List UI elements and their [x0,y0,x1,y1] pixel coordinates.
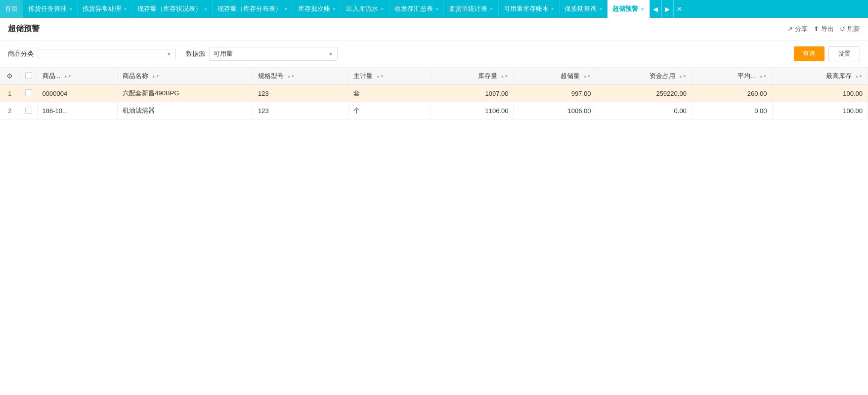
row-stock: 1106.00 [431,102,514,119]
data-source-group: 数据源 可用量 ▼ [186,47,338,61]
close-icon[interactable]: × [381,6,384,12]
nav-close-button[interactable]: ✕ [673,0,685,18]
th-product-name[interactable]: 商品名称 ▲▼ [118,68,253,85]
row-unit: 个 [348,102,431,119]
row-max-stock: 100.00 [772,85,868,102]
sort-icon: ▲▼ [287,75,295,79]
nav-item-available[interactable]: 可用量库存账本 × [499,0,560,18]
top-nav: 首页 拣货任务管理 × 拣货异常处理 × 现存量（库存状况表） × 现存量（库存… [0,0,868,18]
row-index: 2 [0,102,20,119]
row-product-code: 186-10... [37,102,118,119]
refresh-icon: ↺ [840,25,845,33]
th-unit[interactable]: 主计量 ▲▼ [348,68,431,85]
product-category-label: 商品分类 [8,49,34,58]
nav-item-flow[interactable]: 出入库流水 × [341,0,389,18]
nav-item-stock-status[interactable]: 现存量（库存状况表） × [132,0,213,18]
row-avg: 0.00 [692,102,772,119]
header-actions: ↗ 分享 ⬆ 导出 ↺ 刷新 [787,25,860,34]
row-overstock: 1006.00 [514,102,596,119]
th-overstock[interactable]: 超储量 ▲▼ [514,68,596,85]
sort-icon: ▲▼ [64,75,72,79]
th-gear[interactable]: ⚙ [0,68,20,85]
row-spec: 123 [253,85,348,102]
nav-item-order-stats[interactable]: 要货单统计表 × [444,0,498,18]
close-icon[interactable]: × [284,6,287,12]
close-icon[interactable]: × [641,6,644,12]
nav-item-summary[interactable]: 收发存汇总表 × [390,0,444,18]
sort-icon: ▲▼ [501,75,509,79]
table-container: ⚙ 商品... ▲▼ 商品名称 ▲▼ 规格型号 ▲▼ [0,68,868,119]
close-icon[interactable]: × [435,6,438,12]
nav-item-pick-abnormal[interactable]: 拣货异常处理 × [78,0,132,18]
row-checkbox[interactable] [25,89,32,96]
nav-item-pick-task[interactable]: 拣货任务管理 × [23,0,78,18]
chevron-down-icon: ▼ [328,51,333,57]
filter-actions: 查询 设置 [794,46,860,61]
page-container: 超储预警 ↗ 分享 ⬆ 导出 ↺ 刷新 商品分类 ▼ 数据源 [0,18,868,395]
sort-icon: ▲▼ [679,75,687,79]
nav-item-shelf-life[interactable]: 保质期查询 × [560,0,608,18]
nav-next-button[interactable]: ▶ [661,0,673,18]
close-icon[interactable]: × [333,6,336,12]
close-icon[interactable]: × [69,6,72,12]
chevron-down-icon: ▼ [167,51,172,57]
settings-button[interactable]: 设置 [828,46,860,61]
row-spec: 123 [253,102,348,119]
data-source-value: 可用量 [214,49,233,58]
row-checkbox-cell[interactable] [20,85,37,102]
close-icon[interactable]: × [551,6,554,12]
th-checkbox[interactable] [20,68,37,85]
gear-icon[interactable]: ⚙ [6,72,13,80]
data-source-select[interactable]: 可用量 ▼ [209,47,338,61]
table-header-row: ⚙ 商品... ▲▼ 商品名称 ▲▼ 规格型号 ▲▼ [0,68,868,85]
row-index: 1 [0,85,20,102]
page-header: 超储预警 ↗ 分享 ⬆ 导出 ↺ 刷新 [0,18,868,40]
nav-prev-button[interactable]: ◀ [650,0,661,18]
share-button[interactable]: ↗ 分享 [787,25,808,34]
nav-item-overstock[interactable]: 超储预警 × [608,0,649,18]
nav-item-batch[interactable]: 库存批次账 × [293,0,341,18]
sort-icon: ▲▼ [855,75,863,79]
th-product-code[interactable]: 商品... ▲▼ [37,68,118,85]
close-icon[interactable]: × [599,6,602,12]
refresh-button[interactable]: ↺ 刷新 [840,25,860,34]
th-avg[interactable]: 平均... ▲▼ [692,68,772,85]
close-icon[interactable]: × [124,6,127,12]
row-checkbox-cell[interactable] [20,102,37,119]
select-all-checkbox[interactable] [25,72,32,79]
data-source-label: 数据源 [186,49,205,58]
nav-item-home[interactable]: 首页 [0,0,23,18]
export-button[interactable]: ⬆ 导出 [814,25,834,34]
th-capital[interactable]: 资金占用 ▲▼ [596,68,692,85]
row-product-code: 0000004 [37,85,118,102]
row-product-name: 机油滤清器 [118,102,253,119]
th-max-stock[interactable]: 最高库存 ▲▼ [772,68,868,85]
product-category-group: 商品分类 ▼ [8,49,176,59]
query-button[interactable]: 查询 [794,46,825,61]
th-stock[interactable]: 库存量 ▲▼ [431,68,514,85]
row-product-name: 六配套新昌490BPG [118,85,253,102]
page-title: 超储预警 [8,24,40,34]
table-row: 1 0000004 六配套新昌490BPG 123 套 1097.00 997.… [0,85,868,102]
filter-bar: 商品分类 ▼ 数据源 可用量 ▼ 查询 设置 [0,40,868,68]
product-category-select[interactable]: ▼ [38,49,176,59]
row-max-stock: 100.00 [772,102,868,119]
sort-icon: ▲▼ [583,75,591,79]
close-icon[interactable]: × [204,6,207,12]
close-icon[interactable]: × [490,6,493,12]
row-capital: 0.00 [596,102,692,119]
th-spec[interactable]: 规格型号 ▲▼ [253,68,348,85]
row-unit: 套 [348,85,431,102]
sort-icon: ▲▼ [376,75,384,79]
sort-icon: ▲▼ [759,75,767,79]
nav-item-stock-dist[interactable]: 现存量（库存分布表） × [213,0,293,18]
row-capital: 259220.00 [596,85,692,102]
share-icon: ↗ [787,25,793,33]
row-overstock: 997.00 [514,85,596,102]
data-table: ⚙ 商品... ▲▼ 商品名称 ▲▼ 规格型号 ▲▼ [0,68,868,119]
row-checkbox[interactable] [25,107,32,114]
sort-icon: ▲▼ [152,75,160,79]
row-stock: 1097.00 [431,85,514,102]
table-row: 2 186-10... 机油滤清器 123 个 1106.00 1006.00 … [0,102,868,119]
row-avg: 260.00 [692,85,772,102]
